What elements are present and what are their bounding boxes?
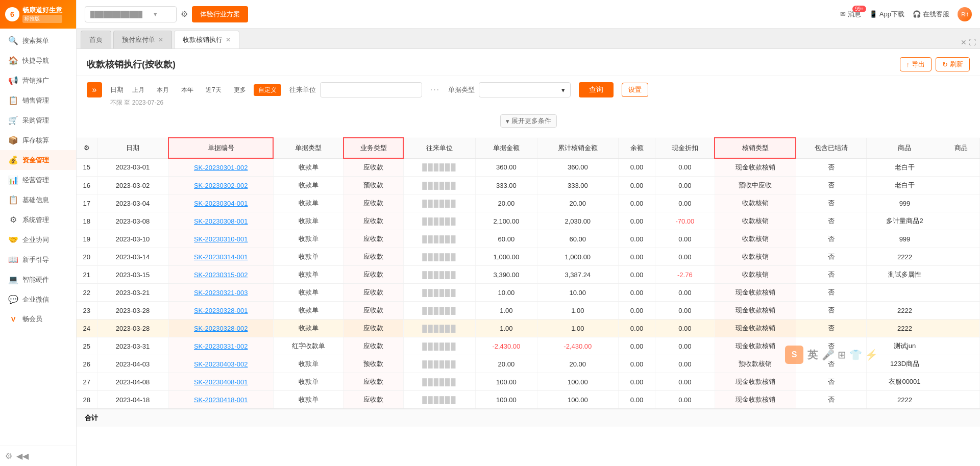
messages-button[interactable]: ✉ 消息 99+ [840, 10, 861, 19]
date-btn-7days[interactable]: 近7天 [201, 84, 226, 96]
online-service-button[interactable]: 🎧 在线客服 [913, 10, 949, 19]
tab-home[interactable]: 首页 [81, 31, 111, 48]
sidebar-item-hardware[interactable]: 💻 智能硬件 [0, 269, 76, 289]
hardware-icon: 💻 [8, 275, 18, 284]
close-tab-icon[interactable]: ✕ [961, 38, 967, 46]
footer-include-settled [796, 409, 866, 427]
marketing-icon: 📢 [8, 76, 18, 85]
sidebar-item-wechat[interactable]: 💬 企业微信 [0, 289, 76, 309]
sidebar-item-enterprise[interactable]: 🤝 企业协同 [0, 230, 76, 250]
sidebar-item-quick-nav[interactable]: 🏠 快捷导航 [0, 51, 76, 70]
filter-expand-row: ▾ 展开更多条件 [87, 111, 970, 131]
refresh-icon: ↻ [942, 61, 948, 68]
sidebar-item-purchase[interactable]: 🛒 采购管理 [0, 110, 76, 130]
chevron-down-icon: ▾ [506, 117, 509, 125]
guide-icon: 📖 [8, 255, 18, 264]
tab-collection[interactable]: 收款核销执行 ✕ [174, 31, 239, 48]
sidebar-item-member[interactable]: V 畅会员 [0, 309, 76, 329]
sales-icon: 📋 [8, 95, 18, 105]
tab-close-pre-payment[interactable]: ✕ [158, 36, 163, 43]
message-badge: 99+ [852, 6, 866, 12]
sidebar-item-system[interactable]: ⚙ 系统管理 [0, 210, 76, 230]
company-selector[interactable]: ████████████ ▾ [85, 6, 177, 22]
table-header: ⚙ 日期 单据编号 单据类型 业务类型 往来单位 单据金额 累计核销金额 余额 … [77, 138, 980, 158]
date-btn-custom[interactable]: 自定义 [254, 84, 281, 96]
col-header-partner[interactable]: 往来单位 [403, 138, 475, 158]
enterprise-icon: 🤝 [8, 235, 18, 244]
table-row: 162023-03-02SK-20230302-002收款单预收款██████3… [77, 177, 980, 194]
finance-icon: 💰 [8, 155, 18, 165]
sidebar-item-inventory[interactable]: 📦 库存核算 [0, 130, 76, 150]
col-header-biz-type[interactable]: 业务类型 [344, 138, 403, 158]
sidebar-item-search[interactable]: 🔍 搜索菜单 [0, 31, 76, 51]
col-header-balance[interactable]: 余额 [618, 138, 655, 158]
tab-close-collection[interactable]: ✕ [226, 36, 231, 43]
table-row: 172023-03-04SK-20230304-001收款单应收款██████2… [77, 194, 980, 212]
filter-expand-toggle[interactable]: » [87, 82, 102, 97]
solution-button[interactable]: 体验行业方案 [192, 6, 248, 22]
sidebar-logo: 6 畅康道好生意 标推版 [0, 0, 76, 29]
export-icon: ↑ [906, 61, 910, 68]
expand-conditions-button[interactable]: ▾ 展开更多条件 [500, 114, 557, 128]
app-logo-text: 畅康道好生意 标推版 [22, 6, 62, 23]
filter-setting-button[interactable]: 设置 [622, 83, 648, 97]
sidebar: 6 畅康道好生意 标推版 🔍 搜索菜单 🏠 快捷导航 📢 营销推广 📋 销售管理… [0, 0, 77, 466]
col-header-goods2[interactable]: 商品 [943, 138, 979, 158]
col-header-acc-amount[interactable]: 累计核销金额 [537, 138, 618, 158]
date-btn-more[interactable]: 更多 [229, 84, 251, 96]
expand-tab-icon[interactable]: ⛶ [969, 38, 976, 46]
inventory-icon: 📦 [8, 135, 18, 145]
tab-pre-payment[interactable]: 预付应付单 ✕ [113, 31, 172, 48]
topbar-left: ████████████ ▾ ⚙ 体验行业方案 [85, 6, 834, 22]
topbar: ████████████ ▾ ⚙ 体验行业方案 ✉ 消息 99+ 📱 App下载… [77, 0, 980, 29]
footer-bill-amount [476, 409, 537, 427]
system-icon: ⚙ [8, 215, 18, 225]
bill-type-select[interactable]: ▾ [479, 82, 571, 97]
sidebar-item-sales[interactable]: 📋 销售管理 [0, 90, 76, 110]
refresh-button[interactable]: ↻ 刷新 [936, 57, 970, 71]
settings-footer-icon[interactable]: ⚙ [5, 451, 12, 461]
table-row: 212023-03-15SK-20230315-002收款单应收款██████3… [77, 266, 980, 284]
data-table: ⚙ 日期 单据编号 单据类型 业务类型 往来单位 单据金额 累计核销金额 余额 … [77, 137, 980, 427]
sidebar-item-guide[interactable]: 📖 新手引导 [0, 250, 76, 269]
user-avatar[interactable]: Rit [958, 7, 972, 21]
tab-actions: ✕ ⛶ [961, 38, 976, 48]
col-header-bill-amount[interactable]: 单据金额 [476, 138, 537, 158]
content-actions: ↑ 导出 ↻ 刷新 [900, 57, 970, 71]
sidebar-item-finance[interactable]: 💰 资金管理 [0, 150, 76, 170]
col-header-cash-discount[interactable]: 现金折扣 [655, 138, 715, 158]
col-header-bill-no[interactable]: 单据编号 [168, 138, 273, 158]
col-header-writeoff-type[interactable]: 核销类型 [715, 138, 796, 158]
basic-icon: 📋 [8, 195, 18, 205]
table-row: 242023-03-28SK-20230328-002收款单应收款██████1… [77, 320, 980, 337]
col-header-goods[interactable]: 商品 [867, 138, 943, 158]
table-row: 262023-04-03SK-20230403-002收款单预收款██████2… [77, 355, 980, 373]
footer-cash-discount [655, 409, 715, 427]
table-row: 202023-03-14SK-20230314-001收款单应收款██████1… [77, 248, 980, 266]
date-btn-last-month[interactable]: 上月 [128, 84, 149, 96]
settings-icon[interactable]: ⚙ [181, 9, 188, 19]
col-header-idx[interactable]: ⚙ [77, 138, 97, 158]
footer-goods2 [943, 409, 979, 427]
app-download-button[interactable]: 📱 App下载 [869, 10, 904, 19]
date-btn-this-year[interactable]: 本年 [177, 84, 198, 96]
tab-bar: 首页 预付应付单 ✕ 收款核销执行 ✕ ✕ ⛶ [77, 29, 980, 49]
double-arrow-icon: » [92, 85, 97, 94]
date-filter: 日期 上月 本月 本年 近7天 更多 自定义 [110, 84, 281, 96]
col-header-date[interactable]: 日期 [97, 138, 168, 158]
sidebar-item-marketing[interactable]: 📢 营销推广 [0, 70, 76, 90]
partner-input[interactable] [320, 82, 422, 97]
filter-more-dots[interactable]: ··· [430, 85, 440, 94]
sidebar-nav: 🔍 搜索菜单 🏠 快捷导航 📢 营销推广 📋 销售管理 🛒 采购管理 📦 库存核… [0, 29, 76, 446]
collapse-sidebar-icon[interactable]: ◀◀ [16, 451, 29, 461]
sidebar-item-operations[interactable]: 📊 经营管理 [0, 170, 76, 190]
export-button[interactable]: ↑ 导出 [900, 57, 932, 71]
search-icon: 🔍 [8, 36, 18, 45]
footer-label: 合计 [77, 409, 476, 427]
query-button[interactable]: 查询 [579, 82, 614, 97]
sidebar-item-basic[interactable]: 📋 基础信息 [0, 190, 76, 210]
date-btn-this-month[interactable]: 本月 [152, 84, 174, 96]
col-header-include-settled[interactable]: 包含已结清 [796, 138, 866, 158]
table-footer: 合计 [77, 409, 980, 427]
col-header-bill-type[interactable]: 单据类型 [273, 138, 343, 158]
